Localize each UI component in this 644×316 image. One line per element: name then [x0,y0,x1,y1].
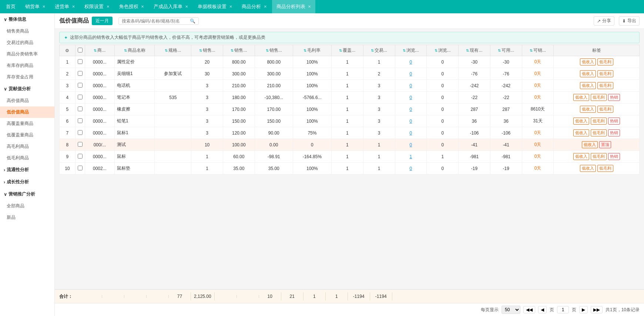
sidebar-item-stock-products[interactable]: 有库存的商品 [0,60,54,71]
nav-product-analysis-list[interactable]: 商品分析列表 × [272,0,315,13]
col-gross-rate[interactable]: ⇅毛利率 [293,45,331,56]
cell-browse1[interactable]: 0 [395,139,427,151]
browse1-link[interactable]: 0 [410,60,412,65]
cell-checkbox[interactable] [75,56,85,68]
first-page-button[interactable]: ◀◀ [523,306,535,313]
next-page-button[interactable]: ▶ [579,306,588,313]
browse1-link[interactable]: 1 [410,154,412,159]
sidebar-group-overall[interactable]: ∨ 整体信息 [0,13,54,26]
cell-browse1[interactable]: 0 [395,92,427,103]
col-current-stock[interactable]: ⇅现有... [459,45,490,56]
cell-checkbox[interactable] [75,103,85,115]
cell-checkbox[interactable] [75,163,85,174]
nav-product-analysis[interactable]: 商品分析 × [237,0,271,13]
sidebar-item-high-coverage[interactable]: 高覆盖量商品 [0,118,54,129]
last-page-button[interactable]: ▶▶ [591,306,603,313]
sidebar-item-low-value[interactable]: 低价值商品 [0,106,54,118]
sidebar-group-circulation[interactable]: › 流通性分析 [0,164,54,176]
sidebar-group-contribution[interactable]: ∨ 贡献值分析 [0,83,54,95]
sidebar-item-high-value[interactable]: 高价值商品 [0,95,54,106]
sidebar-group-marketing[interactable]: ∨ 营销推广分析 [0,188,54,200]
close-product-warehouse[interactable]: × [185,4,188,9]
nav-sales-order[interactable]: 销货单 × [21,0,50,13]
share-button[interactable]: ↗ 分享 [594,16,614,26]
cell-browse1[interactable]: 0 [395,103,427,115]
export-button[interactable]: ⬇ 导出 [619,16,640,26]
cell-browse1[interactable]: 0 [395,68,427,80]
search-input[interactable] [122,18,188,24]
row-checkbox[interactable] [78,83,83,88]
col-sales-avg[interactable]: ⇅销售... [255,45,293,56]
page-number-input[interactable] [557,306,569,313]
cell-browse1[interactable]: 0 [395,115,427,127]
cell-checkbox[interactable] [75,151,85,163]
sidebar-item-high-gross[interactable]: 高毛利商品 [0,141,54,152]
sidebar-item-traded-products[interactable]: 交易过的商品 [0,37,54,48]
nav-role-auth[interactable]: 角色授权 × [115,0,148,13]
col-available[interactable]: ⇅可用... [490,45,522,56]
close-purchase-order[interactable]: × [72,4,75,9]
data-table-container[interactable]: ⚙ ⇅商... ⇅商品名称 ⇅规格... ⇅销售... ⇅销售... ⇅销售..… [59,45,640,289]
col-spec[interactable]: ⇅规格... [155,45,191,56]
col-code[interactable]: ⇅商... [85,45,114,56]
row-checkbox[interactable] [78,142,83,147]
col-coverage[interactable]: ⇅覆盖... [331,45,363,56]
cell-browse1[interactable]: 1 [395,151,427,163]
sidebar-item-sales-products[interactable]: 销售类商品 [0,26,54,37]
col-saleable[interactable]: ⇅可销... [522,45,554,56]
col-browse2[interactable]: ⇅浏览... [427,45,459,56]
nav-product-warehouse[interactable]: 产成品入库单 × [149,0,192,13]
row-checkbox[interactable] [78,130,83,135]
per-page-select[interactable]: 50 100 200 [502,306,520,314]
nav-permissions[interactable]: 权限设置 × [80,0,114,13]
cell-browse1[interactable]: 0 [395,56,427,68]
close-permissions[interactable]: × [107,4,110,9]
close-product-analysis[interactable]: × [264,4,267,9]
col-browse1[interactable]: ⇅浏览... [395,45,427,56]
search-icon[interactable]: 🔍 [190,18,195,24]
cell-checkbox[interactable] [75,127,85,139]
row-checkbox[interactable] [78,118,83,123]
row-checkbox[interactable] [78,71,83,76]
select-all-checkbox[interactable] [78,48,83,52]
nav-home[interactable]: 首页 [1,0,20,13]
close-template-settings[interactable]: × [229,4,232,9]
col-checkbox[interactable] [75,45,85,56]
sidebar-group-growth[interactable]: › 成长性分析 [0,176,54,188]
row-checkbox[interactable] [78,95,83,99]
row-checkbox[interactable] [78,106,83,111]
cell-checkbox[interactable] [75,115,85,127]
row-checkbox[interactable] [78,59,83,64]
cell-checkbox[interactable] [75,68,85,80]
browse1-link[interactable]: 0 [410,130,412,136]
nav-template-settings[interactable]: 单据模板设置 × [193,0,237,13]
cell-browse1[interactable]: 0 [395,80,427,92]
browse1-link[interactable]: 0 [410,166,412,171]
prev-page-button[interactable]: ◀ [538,306,547,313]
cell-checkbox[interactable] [75,139,85,151]
browse1-link[interactable]: 0 [410,95,412,100]
col-settings[interactable]: ⚙ [60,45,76,56]
col-sales-qty[interactable]: ⇅销售... [191,45,223,56]
browse1-link[interactable]: 0 [410,83,412,88]
sidebar-item-category-sales-rate[interactable]: 商品分类销售率 [0,48,54,60]
sidebar-item-stock-capital[interactable]: 库存资金占用 [0,71,54,83]
row-checkbox[interactable] [78,154,83,159]
browse1-link[interactable]: 0 [410,107,412,112]
col-name[interactable]: ⇅商品名称 [115,45,155,56]
date-filter-button[interactable]: 近一月 [92,17,113,25]
cell-checkbox[interactable] [75,80,85,92]
sidebar-item-low-gross[interactable]: 低毛利商品 [0,152,54,164]
row-checkbox[interactable] [78,166,83,170]
col-trade[interactable]: ⇅交易... [363,45,395,56]
nav-purchase-order[interactable]: 进货单 × [50,0,79,13]
cell-browse1[interactable]: 0 [395,127,427,139]
close-sales-order[interactable]: × [43,4,46,9]
cell-checkbox[interactable] [75,92,85,103]
sidebar-item-new-products[interactable]: 新品 [0,212,54,223]
sidebar-item-all-products[interactable]: 全部商品 [0,200,54,212]
browse1-link[interactable]: 0 [410,71,412,77]
close-product-analysis-list[interactable]: × [308,4,311,9]
sidebar-item-low-coverage[interactable]: 低覆盖量商品 [0,129,54,141]
browse1-link[interactable]: 0 [410,119,412,124]
